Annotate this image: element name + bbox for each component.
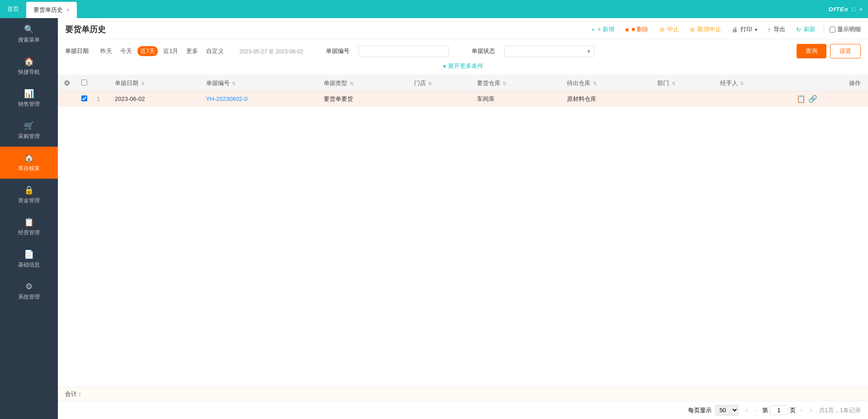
home-icon: 🏠	[24, 57, 34, 67]
th-store[interactable]: 门店 ⇅	[410, 75, 472, 91]
page-input-suffix: 页	[790, 406, 796, 414]
tab-requisition-label: 要货单历史	[33, 6, 63, 14]
requisition-table: ⚙ 单据日期 ⇅ 单据编号 ⇅	[58, 75, 868, 107]
new-label: + 新增	[598, 25, 614, 33]
page-size-select[interactable]: 50 20 100 200	[715, 405, 739, 415]
stop-button[interactable]: ⊘ 中止	[657, 24, 682, 35]
display-detail-toggle[interactable]: 显示明细	[830, 25, 861, 33]
next-page-button[interactable]: ›	[797, 406, 805, 414]
tab-close-icon[interactable]: ×	[66, 7, 70, 13]
filter-area: 单据日期 昨天 今天 近7天 近1月 更多 自定义 2023-05-27 至 2…	[58, 39, 868, 75]
page-header: 要货单历史 + + 新增 ■ ■ 删除 ⊘ 中止 ⊘ 取消中止	[58, 18, 868, 39]
sidebar-item-basic-info[interactable]: 📄 基础信息	[0, 243, 58, 275]
delete-button[interactable]: ■ ■ 删除	[623, 24, 651, 35]
finance-icon: 🔒	[24, 185, 34, 195]
table-settings-icon[interactable]: ⚙	[64, 79, 70, 87]
doc-no-input[interactable]	[359, 46, 449, 57]
delete-label: ■ 删除	[632, 25, 648, 33]
tab-requisition-history[interactable]: 要货单历史 ×	[26, 2, 77, 18]
window-maximize[interactable]: □	[852, 6, 856, 13]
sidebar-item-quick-nav[interactable]: 🏠 快捷导航	[0, 50, 58, 82]
row-doc-no[interactable]: YH-20230602-0	[202, 91, 320, 107]
shortcut-more[interactable]: 更多	[184, 46, 201, 56]
query-button[interactable]: 查询	[797, 44, 826, 58]
shortcut-7days[interactable]: 近7天	[137, 46, 158, 56]
row-doc-type: 要货单要货	[319, 91, 410, 107]
tab-home[interactable]: 首页	[0, 0, 26, 18]
export-button[interactable]: ↑ 导出	[765, 24, 788, 35]
new-button[interactable]: + + 新增	[589, 24, 617, 35]
sidebar-item-purchase[interactable]: 🛒 采购管理	[0, 114, 58, 147]
row-checkbox[interactable]	[81, 95, 87, 101]
shortcut-custom[interactable]: 自定义	[203, 46, 226, 56]
delete-icon: ■	[625, 26, 629, 33]
th-doc-type[interactable]: 单据类型 ⇅	[319, 75, 410, 91]
date-shortcuts: 昨天 今天 近7天 近1月 更多 自定义	[98, 46, 226, 56]
edit-icon[interactable]: 📋	[797, 95, 806, 103]
th-settings[interactable]: ⚙	[58, 75, 76, 91]
prev-page-button[interactable]: ‹	[753, 406, 760, 414]
content-area: 要货单历史 + + 新增 ■ ■ 删除 ⊘ 中止 ⊘ 取消中止	[58, 18, 868, 419]
filter-actions: 查询 设置	[797, 44, 861, 58]
sidebar-item-finance[interactable]: 🔒 资金管理	[0, 179, 58, 211]
th-doc-no[interactable]: 单据编号 ⇅	[202, 75, 320, 91]
expand-more[interactable]: ▾ 展开更多条件	[65, 62, 861, 70]
shortcut-today[interactable]: 今天	[118, 46, 135, 56]
copy-icon[interactable]: 🔗	[808, 95, 817, 103]
expand-label: 展开更多条件	[448, 62, 483, 70]
sort-store-icon: ⇅	[428, 81, 432, 86]
sidebar-item-sales[interactable]: 📊 销售管理	[0, 82, 58, 114]
sort-handler-icon: ⇅	[740, 81, 744, 86]
operations-icon: 📋	[24, 217, 34, 227]
cancel-stop-button[interactable]: ⊘ 取消中止	[687, 24, 724, 35]
sidebar-item-search[interactable]: 🔍 搜索菜单	[0, 18, 58, 50]
cancel-stop-icon: ⊘	[690, 26, 695, 33]
print-chevron-icon: ▾	[755, 27, 757, 32]
th-doc-date[interactable]: 单据日期 ⇅	[110, 75, 202, 91]
page-input-prefix: 第	[762, 406, 768, 414]
stop-label: 中止	[667, 25, 679, 33]
row-checkbox-cell[interactable]	[76, 91, 92, 107]
page-number-input[interactable]	[770, 405, 788, 415]
last-page-button[interactable]: »	[807, 406, 815, 414]
th-department[interactable]: 部门 ⇅	[653, 75, 716, 91]
shortcut-1month[interactable]: 近1月	[160, 46, 181, 56]
sidebar-item-system[interactable]: ⚙ 系统管理	[0, 275, 58, 307]
th-req-warehouse-label: 要货仓库	[477, 80, 500, 86]
th-store-label: 门店	[414, 80, 426, 86]
sidebar-item-operations[interactable]: 📋 经营管理	[0, 211, 58, 243]
display-detail-checkbox[interactable]	[830, 27, 835, 33]
print-button[interactable]: 🖨 打印 ▾	[729, 24, 760, 35]
doc-no-link[interactable]: YH-20230602-0	[206, 95, 248, 102]
sidebar-item-operations-label: 经营管理	[18, 229, 40, 237]
display-detail-label: 显示明细	[837, 25, 861, 33]
page-nav: « ‹ 第 页 › »	[742, 405, 815, 415]
settings-filter-button[interactable]: 设置	[830, 44, 861, 58]
th-req-warehouse[interactable]: 要货仓库 ⇅	[472, 75, 563, 91]
th-pending-warehouse[interactable]: 待出仓库 ⇅	[562, 75, 653, 91]
row-operation-cell: 📋 🔗	[792, 91, 868, 107]
date-range-display: 2023-05-27 至 2023-06-02	[239, 47, 303, 56]
tab-list: 首页 要货单历史 ×	[0, 0, 77, 18]
refresh-button[interactable]: ↻ 刷新	[793, 24, 818, 35]
status-select[interactable]	[505, 46, 594, 57]
sidebar-item-inventory-label: 库存核算	[18, 165, 40, 172]
sidebar-item-search-label: 搜索菜单	[18, 36, 40, 44]
operation-icons: 📋 🔗	[797, 95, 861, 103]
first-page-button[interactable]: «	[742, 406, 751, 414]
refresh-icon: ↻	[796, 26, 801, 33]
th-handler[interactable]: 经手人 ⇅	[716, 75, 792, 91]
tab-home-label: 首页	[7, 5, 19, 13]
sidebar-item-inventory[interactable]: 🏠 库存核算	[0, 147, 58, 179]
shortcut-yesterday[interactable]: 昨天	[98, 46, 115, 56]
th-handler-label: 经手人	[720, 80, 738, 86]
sales-icon: 📊	[24, 89, 34, 99]
row-settings-cell	[58, 91, 76, 107]
print-icon: 🖨	[732, 26, 738, 33]
cancel-stop-label: 取消中止	[698, 25, 721, 33]
select-all-checkbox[interactable]	[81, 80, 87, 86]
purchase-icon: 🛒	[24, 121, 34, 131]
th-doc-no-label: 单据编号	[206, 80, 230, 86]
window-close[interactable]: ×	[859, 6, 863, 13]
th-department-label: 部门	[657, 80, 669, 86]
